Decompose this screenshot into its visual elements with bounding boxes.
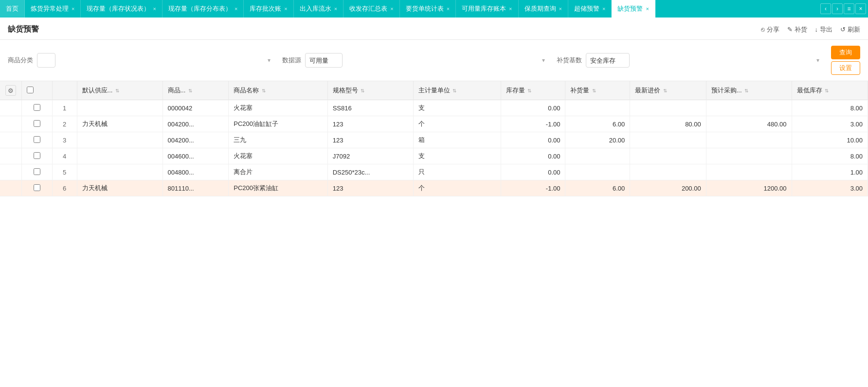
row-latest-price — [630, 164, 706, 180]
tab-inout[interactable]: 出入库流水 × — [294, 0, 344, 18]
row-product-name: 三九 — [229, 132, 327, 148]
col-default-supplier[interactable]: 默认供应... ⇅ — [77, 81, 163, 100]
row-estimated-purchase — [706, 164, 792, 180]
row-product-code: 004600... — [163, 148, 229, 164]
sort-stock-icon: ⇅ — [527, 88, 531, 93]
row-spec: SS816 — [327, 100, 413, 116]
close-tab-summary[interactable]: × — [390, 6, 393, 12]
tab-shortage[interactable]: 缺货预警 × — [612, 0, 655, 18]
col-product-name[interactable]: 商品名称 ⇅ — [229, 81, 327, 100]
tab-expiry[interactable]: 保质期查询 × — [519, 0, 568, 18]
col-min-stock[interactable]: 最低库存 ⇅ — [792, 81, 868, 100]
row-latest-price — [630, 132, 706, 148]
tab-available[interactable]: 可用量库存账本 × — [456, 0, 518, 18]
close-tab-expiry[interactable]: × — [559, 6, 562, 12]
tab-abnormal[interactable]: 炼货异常处理 × — [25, 0, 81, 18]
row-estimated-purchase — [706, 132, 792, 148]
table-body: 1 0000042 火花塞 SS816 支 0.00 8.00 2 力天机械 0… — [0, 100, 868, 196]
tab-bar: 首页 炼货异常处理 × 现存量（库存状况表） × 现存量（库存分布表） × 库存… — [0, 0, 868, 18]
close-tab-abnormal[interactable]: × — [72, 6, 74, 12]
row-estimated-purchase — [706, 100, 792, 116]
close-tab-available[interactable]: × — [509, 6, 512, 12]
row-supplier: 力天机械 — [77, 116, 163, 132]
close-tab-order-stats[interactable]: × — [447, 6, 450, 12]
close-tab-stock-dist[interactable]: × — [235, 6, 237, 12]
close-tab-overstock[interactable]: × — [602, 6, 605, 12]
tab-overstock[interactable]: 超储预警 × — [568, 0, 612, 18]
row-checkbox-3[interactable] — [34, 152, 40, 159]
sort-estimated-icon: ⇅ — [744, 88, 748, 93]
close-tab-stock-status[interactable]: × — [153, 6, 156, 12]
col-estimated-purchase[interactable]: 预计采购... ⇅ — [706, 81, 792, 100]
row-num: 4 — [52, 148, 77, 164]
tab-close-btn[interactable]: × — [855, 3, 866, 14]
filter-actions: 查询 设置 — [831, 46, 860, 75]
col-unit[interactable]: 主计量单位 ⇅ — [413, 81, 501, 100]
filter-group-datasource: 数据源 可用量 — [282, 53, 549, 68]
row-spec: J7092 — [327, 148, 413, 164]
tab-menu-btn[interactable]: ≡ — [844, 3, 854, 14]
refresh-button[interactable]: ↺ 刷新 — [840, 25, 860, 34]
tab-stock-status[interactable]: 现存量（库存状况表） × — [81, 0, 162, 18]
table-row: 1 0000042 火花塞 SS816 支 0.00 8.00 — [0, 100, 868, 116]
row-supplier — [77, 148, 163, 164]
row-checkbox-4[interactable] — [34, 168, 40, 175]
row-checkbox-0[interactable] — [34, 104, 40, 111]
row-checkbox-2[interactable] — [34, 136, 40, 143]
row-product-code: 801110... — [163, 180, 229, 196]
table-container: ⚙ 默认供应... ⇅ 商品... ⇅ 商品名称 — [0, 81, 868, 196]
tab-prev-btn[interactable]: ‹ — [820, 3, 831, 14]
row-estimated-purchase: 1200.00 — [706, 180, 792, 196]
row-spec: 123 — [327, 132, 413, 148]
select-all-checkbox[interactable] — [27, 87, 34, 93]
close-tab-batch[interactable]: × — [284, 6, 287, 12]
table-row: 3 004200... 三九 123 箱 0.00 20.00 10.00 — [0, 132, 868, 148]
row-product-code: 0000042 — [163, 100, 229, 116]
tab-next-btn[interactable]: › — [832, 3, 843, 14]
settings-button[interactable]: 设置 — [831, 61, 860, 75]
tab-home[interactable]: 首页 — [0, 0, 25, 18]
row-settings-cell — [0, 132, 21, 148]
sort-replenish-icon: ⇅ — [592, 88, 596, 93]
sort-code-icon: ⇅ — [188, 88, 192, 93]
tab-summary[interactable]: 收发存汇总表 × — [344, 0, 399, 18]
replenish-button[interactable]: ✎ 补货 — [787, 25, 807, 34]
share-button[interactable]: ⎋ 分享 — [761, 25, 779, 34]
replenish-base-select[interactable]: 安全库存 — [586, 53, 630, 68]
row-unit: 个 — [413, 116, 501, 132]
row-checkbox-cell — [21, 100, 52, 116]
tab-batch[interactable]: 库存批次账 × — [244, 0, 293, 18]
export-button[interactable]: ↓ 导出 — [815, 25, 833, 34]
sort-supplier-icon: ⇅ — [115, 88, 119, 93]
close-tab-shortage[interactable]: × — [646, 6, 649, 12]
col-replenish-qty[interactable]: 补货量 ⇅ — [565, 81, 630, 100]
sort-spec-icon: ⇅ — [361, 88, 364, 93]
row-supplier — [77, 100, 163, 116]
row-latest-price — [630, 148, 706, 164]
share-icon: ⎋ — [761, 26, 765, 33]
datasource-select-wrapper: 可用量 — [305, 53, 549, 68]
row-product-code: 004800... — [163, 164, 229, 180]
col-latest-price[interactable]: 最新进价 ⇅ — [630, 81, 706, 100]
tab-stock-dist[interactable]: 现存量（库存分布表） × — [163, 0, 244, 18]
row-num: 3 — [52, 132, 77, 148]
row-checkbox-1[interactable] — [34, 120, 40, 127]
row-replenish-qty: 6.00 — [565, 116, 630, 132]
row-unit: 只 — [413, 164, 501, 180]
column-settings-icon[interactable]: ⚙ — [5, 85, 16, 96]
row-replenish-qty: 6.00 — [565, 180, 630, 196]
close-tab-inout[interactable]: × — [334, 6, 337, 12]
row-min-stock: 10.00 — [792, 132, 868, 148]
row-unit: 个 — [413, 180, 501, 196]
col-stock[interactable]: 库存量 ⇅ — [501, 81, 565, 100]
row-settings-cell — [0, 164, 21, 180]
row-checkbox-5[interactable] — [34, 184, 40, 191]
row-checkbox-cell — [21, 148, 52, 164]
page-title: 缺货预警 — [8, 24, 761, 35]
category-select[interactable] — [37, 53, 55, 68]
col-product-code[interactable]: 商品... ⇅ — [163, 81, 229, 100]
col-spec[interactable]: 规格型号 ⇅ — [327, 81, 413, 100]
tab-order-stats[interactable]: 要货单统计表 × — [400, 0, 456, 18]
query-button[interactable]: 查询 — [831, 46, 860, 59]
datasource-select[interactable]: 可用量 — [305, 53, 343, 68]
